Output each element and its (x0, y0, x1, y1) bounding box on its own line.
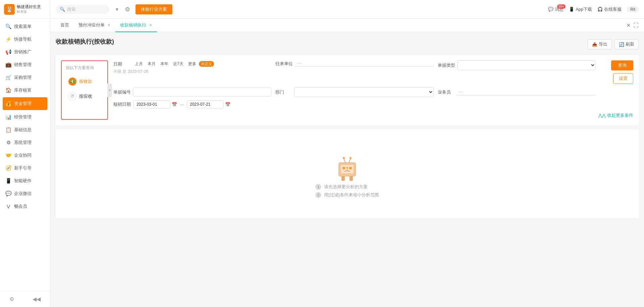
query-button[interactable]: 查询 (611, 60, 633, 70)
svg-rect-8 (341, 176, 345, 181)
search-icon: 🔍 (60, 7, 65, 12)
export-button[interactable]: 📤 导出 (588, 39, 612, 49)
writeoff-date-label: 核销日期 (113, 101, 131, 107)
page-content: 收款核销执行(按收款) 📤 导出 🔄 刷新 按以下方案查询 💵 按收款 (50, 32, 644, 307)
doc-no-label: 单据编号 (113, 89, 131, 95)
counterparty-label: 往来单位 (275, 61, 293, 67)
filter-option-by-receipt[interactable]: 💵 按收款 (64, 75, 105, 88)
headset-icon: 🎧 (597, 7, 603, 12)
app-download-button[interactable]: 📱 App下载 (569, 6, 592, 12)
sidebar-item-wechat[interactable]: 💬 企业微信 (0, 187, 50, 200)
date-btn-this-year[interactable]: 本年 (158, 60, 170, 67)
quick-nav-icon: ⚡ (5, 36, 11, 42)
setting-button[interactable]: 设置 (613, 73, 633, 84)
guide-icon: 🧭 (5, 165, 11, 171)
page-title: 收款核销执行(按收款) (56, 38, 114, 46)
sidebar-item-system[interactable]: ⚙ 系统管理 (0, 136, 50, 149)
date-btn-this-month[interactable]: 本月 (146, 60, 158, 67)
tab-prepay[interactable]: 预付冲应付单 ✕ (74, 19, 115, 32)
page-header-row: 收款核销执行(按收款) 📤 导出 🔄 刷新 (56, 38, 639, 51)
filter-option-by-receivable[interactable]: ⏱ 按应收 (64, 90, 105, 103)
date-btn-last-month[interactable]: 上月 (133, 60, 145, 67)
topbar: 🔍 搜索 ▼ ⚙ 体验行业方案 💬 消息 99+ 📱 App下载 🎧 在线客服 … (50, 0, 644, 19)
topbar-right: 💬 消息 99+ 📱 App下载 🎧 在线客服 Rit (548, 6, 639, 12)
calendar-to-icon[interactable]: 📅 (225, 102, 230, 107)
basics-icon: 📋 (5, 127, 11, 133)
sidebar-logo: 🐰 畅捷通好生意 标准版 (0, 0, 50, 19)
chevron-down-icon[interactable]: ▼ (115, 7, 119, 12)
writeoff-date-from-wrap: 📅 (133, 100, 177, 108)
collapse-sidebar-icon[interactable]: ◀◀ (30, 295, 43, 304)
message-button[interactable]: 💬 消息 99+ (548, 6, 564, 12)
message-badge: 99+ (557, 4, 566, 9)
marketing-icon: 📢 (5, 49, 11, 55)
sidebar-item-basics[interactable]: 📋 基础信息 (0, 123, 50, 136)
dept-label: 部门 (275, 89, 292, 95)
sidebar-item-quick-nav[interactable]: ⚡ 快捷导航 (0, 33, 50, 46)
dept-field: 部门 (275, 87, 433, 97)
sidebar-item-guide[interactable]: 🧭 新手引导 (0, 162, 50, 174)
industry-solution-button[interactable]: 体验行业方案 (136, 4, 172, 14)
doc-no-input[interactable] (133, 88, 271, 97)
dept-select[interactable] (294, 87, 433, 97)
sidebar-footer: ⚙ ◀◀ (0, 291, 50, 307)
filter-action-buttons: 查询 设置 (600, 60, 633, 84)
sidebar: 🐰 畅捷通好生意 标准版 🔍 搜索菜单 ⚡ 快捷导航 📢 营销推广 💼 销售管理… (0, 0, 50, 307)
sidebar-item-hardware[interactable]: 📱 智能硬件 (0, 174, 50, 187)
vip-icon: V (5, 204, 11, 209)
writeoff-date-from-input[interactable] (133, 100, 170, 108)
user-profile-button[interactable]: Rit (627, 6, 639, 12)
receivable-icon: ⏱ (68, 92, 76, 100)
page-action-buttons: 📤 导出 🔄 刷新 (588, 39, 639, 49)
empty-tip-2: 2 用[过滤]条件来缩小分析范围 (315, 192, 379, 198)
sidebar-item-finance[interactable]: 💰 资金管理 (3, 97, 47, 110)
sidebar-item-purchase[interactable]: 🛒 采购管理 (0, 71, 50, 84)
tab-writeoff[interactable]: 收款核销执行 ✕ (115, 19, 157, 32)
close-writeoff-tab-icon[interactable]: ✕ (149, 23, 152, 28)
collapse-more-button[interactable]: ⋀⋀ 收起更多条件 (113, 111, 633, 120)
date-no-limit-row: 不限 至 2023-07-26 (113, 69, 271, 74)
sidebar-item-marketing[interactable]: 📢 营销推广 (0, 46, 50, 58)
refresh-icon: 🔄 (619, 42, 624, 47)
filter-form: 日期 上月 本月 本年 近7天 更多 自定义 不限 至 2023-0 (113, 60, 633, 120)
empty-tip-1: 1 请先选择要分析的方案 (315, 184, 379, 190)
sidebar-item-management[interactable]: 📊 经营管理 (0, 111, 50, 123)
sidebar-item-vip[interactable]: V 畅会员 (0, 200, 50, 213)
sidebar-menu: 🔍 搜索菜单 ⚡ 快捷导航 📢 营销推广 💼 销售管理 🛒 采购管理 🏠 库存核… (0, 19, 50, 291)
date-custom-badge: 自定义 (199, 61, 214, 67)
staff-input[interactable]: ··· (457, 89, 596, 95)
sidebar-item-search[interactable]: 🔍 搜索菜单 (0, 20, 50, 33)
close-tab-icon[interactable]: ✕ (626, 22, 631, 29)
expand-tab-icon[interactable]: ⛶ (633, 22, 639, 29)
sidebar-item-inventory[interactable]: 🏠 库存核算 (0, 84, 50, 97)
close-prepay-tab-icon[interactable]: ✕ (107, 23, 111, 28)
calendar-from-icon[interactable]: 📅 (172, 102, 177, 107)
topbar-search-box[interactable]: 🔍 搜索 (56, 5, 109, 14)
system-icon: ⚙ (5, 140, 11, 146)
svg-point-3 (349, 167, 352, 169)
app-icon: 📱 (569, 7, 574, 12)
svg-line-6 (349, 159, 351, 163)
filter-options-panel: 按以下方案查询 💵 按收款 ⏱ 按应收 » (61, 60, 108, 120)
writeoff-date-to-input[interactable] (187, 100, 224, 108)
sidebar-item-collab[interactable]: 🤝 企业协同 (0, 149, 50, 162)
online-service-button[interactable]: 🎧 在线客服 (597, 6, 622, 12)
tab-home[interactable]: 首页 (56, 19, 74, 32)
sidebar-item-sales[interactable]: 💼 销售管理 (0, 58, 50, 71)
empty-state: ? 1 请先选择要分析的方案 2 用[过滤]条件来缩小分析范围 (56, 129, 639, 218)
date-btn-7days[interactable]: 近7天 (171, 60, 185, 67)
collapse-filter-button[interactable]: » (107, 84, 112, 97)
counterparty-input[interactable]: ··· (295, 60, 433, 67)
staff-label: 业务员 (438, 89, 454, 95)
writeoff-date-to-wrap: 📅 (187, 100, 230, 108)
refresh-button[interactable]: 🔄 刷新 (614, 39, 639, 49)
chevron-up-icon: ⋀⋀ (598, 113, 606, 118)
doc-no-field: 单据编号 (113, 88, 271, 97)
search-menu-icon: 🔍 (5, 23, 11, 30)
filter-panel-title: 按以下方案查询 (64, 65, 105, 71)
doc-type-select[interactable] (457, 60, 596, 70)
gear-icon[interactable]: ⚙ (125, 6, 130, 13)
settings-footer-icon[interactable]: ⚙ (7, 295, 17, 304)
doc-type-field: 单据类型 (438, 60, 596, 70)
date-btn-more[interactable]: 更多 (186, 60, 198, 67)
